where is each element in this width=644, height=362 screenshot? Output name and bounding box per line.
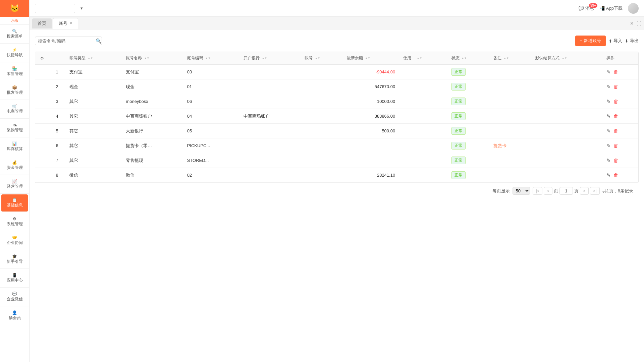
sidebar-item-member[interactable]: 👤 畅会员: [0, 306, 29, 325]
tabs-bar: 首页 账号 ✕ ✕ ⛶: [30, 17, 644, 30]
table-row: 4 其它 中百商场账户 04 中百商场账户 383866.00 正常 ✎ 🗑: [35, 109, 638, 124]
col-type[interactable]: 账号类型 ▲▼: [65, 52, 122, 65]
next-page-button[interactable]: >: [580, 187, 589, 195]
import-label: 导入: [613, 38, 622, 44]
sidebar-item-search[interactable]: 🔍 搜索菜单: [0, 25, 29, 44]
pagination: 每页显示 50 100 |< < 页 页 > >| 共1页，8条记录: [35, 183, 639, 199]
account-search-input[interactable]: [38, 39, 94, 44]
row-action-4: ✎ 🗑: [602, 124, 638, 138]
delete-icon-3[interactable]: 🗑: [613, 113, 619, 119]
sidebar-item-guide[interactable]: 🎓 新手引导: [0, 250, 29, 269]
tab-home[interactable]: 首页: [32, 18, 52, 28]
delete-icon-0[interactable]: 🗑: [613, 69, 619, 75]
edit-icon-5[interactable]: ✎: [606, 143, 611, 149]
edit-icon-3[interactable]: ✎: [606, 113, 611, 119]
row-bank-3: 中百商场账户: [239, 109, 301, 124]
row-action-1: ✎ 🗑: [602, 79, 638, 94]
topbar-left: ▾: [35, 4, 83, 13]
row-balance-1: 547670.00: [343, 79, 399, 94]
sidebar-item-label: 搜索菜单: [3, 34, 26, 39]
app-download-label: App下载: [606, 5, 623, 11]
row-default-pay-0: [531, 65, 602, 79]
sidebar-item-wholesale[interactable]: 📦 批发管理: [0, 81, 29, 100]
sidebar-item-retail[interactable]: 🏪 零售管理: [0, 62, 29, 81]
sidebar-item-inventory[interactable]: 📊 库存核算: [0, 137, 29, 156]
topbar-dropdown[interactable]: ▾: [80, 6, 83, 11]
sidebar-item-wecom[interactable]: 💬 企业微信: [0, 288, 29, 306]
toolbar: 🔍 + 新增账号 ⬆ 导入 ⬇ 导出: [35, 36, 639, 46]
col-balance[interactable]: 最新余额 ▲▼: [343, 52, 399, 65]
main-area: ▾ 💬 消息 99+ 📲 App下载 首页 账号 ✕: [30, 0, 644, 362]
message-button[interactable]: 💬 消息 99+: [579, 5, 594, 11]
edit-icon-0[interactable]: ✎: [606, 69, 611, 75]
col-account[interactable]: 账号 ▲▼: [301, 52, 342, 65]
delete-icon-1[interactable]: 🗑: [613, 84, 619, 90]
delete-icon-7[interactable]: 🗑: [613, 172, 619, 178]
sidebar-item-system[interactable]: ⚙ 系统管理: [0, 213, 29, 231]
row-status-7: 正常: [447, 168, 489, 183]
row-num-3: 4: [49, 109, 65, 124]
tab-account[interactable]: 账号 ✕: [53, 18, 78, 29]
fullscreen-button[interactable]: ⛶: [637, 21, 641, 26]
col-name[interactable]: 账号名称 ▲▼: [122, 52, 183, 65]
close-window-button[interactable]: ✕: [630, 21, 634, 26]
row-type-3: 其它: [65, 109, 122, 124]
row-balance-4: 500.00: [343, 124, 399, 138]
edit-icon-7[interactable]: ✎: [606, 172, 611, 178]
delete-icon-5[interactable]: 🗑: [613, 143, 619, 149]
col-balance-label: 最新余额: [347, 56, 363, 60]
col-code[interactable]: 账号编码 ▲▼: [183, 52, 239, 65]
add-account-button[interactable]: + 新增账号: [575, 36, 606, 46]
row-bank-1: [239, 79, 301, 94]
col-default-pay[interactable]: 默认结算方式 ▲▼: [531, 52, 602, 65]
avatar[interactable]: [628, 3, 639, 14]
system-icon: ⚙: [3, 217, 26, 221]
import-button[interactable]: ⬆ 导入: [608, 38, 622, 44]
row-action-7: ✎ 🗑: [602, 168, 638, 183]
edit-icon-1[interactable]: ✎: [606, 84, 611, 90]
col-bank[interactable]: 开户银行 ▲▼: [239, 52, 301, 65]
sidebar-item-basic[interactable]: 📋 基础信息: [1, 194, 28, 212]
edit-icon-4[interactable]: ✎: [606, 128, 611, 134]
edit-icon-2[interactable]: ✎: [606, 99, 611, 105]
col-remark[interactable]: 备注 ▲▼: [489, 52, 531, 65]
first-page-button[interactable]: |<: [533, 187, 542, 195]
sidebar-item-quick[interactable]: ⚡ 快捷导航: [0, 44, 29, 62]
app-download-button[interactable]: 📲 App下载: [599, 5, 623, 11]
sidebar-item-appcenter[interactable]: 📱 应用中心: [0, 269, 29, 288]
row-remark-1: [489, 79, 531, 94]
sidebar-item-agreement[interactable]: 🤝 企业协同: [0, 231, 29, 250]
col-usage[interactable]: 使用... ▲▼: [399, 52, 447, 65]
sidebar-item-label: 企业协同: [3, 240, 26, 246]
last-page-button[interactable]: >|: [590, 187, 600, 195]
delete-icon-4[interactable]: 🗑: [613, 128, 619, 134]
row-status-4: 正常: [447, 124, 489, 138]
delete-icon-6[interactable]: 🗑: [613, 158, 619, 164]
sort-usage-icon: ▲▼: [417, 57, 422, 60]
row-num-0: 1: [49, 65, 65, 79]
col-settings[interactable]: ⚙: [35, 52, 49, 65]
sidebar-item-operations[interactable]: 📈 经营管理: [0, 175, 29, 194]
tab-close-icon[interactable]: ✕: [69, 21, 72, 25]
row-num-7: 8: [49, 168, 65, 183]
sort-balance-icon: ▲▼: [365, 57, 370, 60]
col-status[interactable]: 状态 ▲▼: [447, 52, 489, 65]
row-remark-3: [489, 109, 531, 124]
delete-icon-2[interactable]: 🗑: [613, 99, 619, 105]
sidebar-item-ecommerce[interactable]: 🛒 电商管理: [0, 100, 29, 119]
page-number-input[interactable]: [559, 187, 573, 195]
basic-icon: 📋: [3, 198, 26, 202]
tab-fullscreen-controls: ✕ ⛶: [630, 21, 641, 26]
sidebar-item-purchase[interactable]: 🛍 采购管理: [0, 119, 29, 137]
sidebar-item-label: 批发管理: [3, 90, 26, 96]
topbar-search-input[interactable]: [35, 4, 75, 13]
prev-page-button[interactable]: <: [544, 187, 552, 195]
export-button[interactable]: ⬇ 导出: [625, 38, 639, 44]
row-balance-3: 383866.00: [343, 109, 399, 124]
col-default-pay-label: 默认结算方式: [535, 56, 559, 60]
row-settings-5: [35, 138, 49, 153]
edit-icon-6[interactable]: ✎: [606, 158, 611, 164]
sidebar-item-finance[interactable]: 💰 资金管理: [0, 156, 29, 175]
row-default-pay-4: [531, 124, 602, 138]
page-size-select[interactable]: 50 100: [513, 187, 530, 195]
